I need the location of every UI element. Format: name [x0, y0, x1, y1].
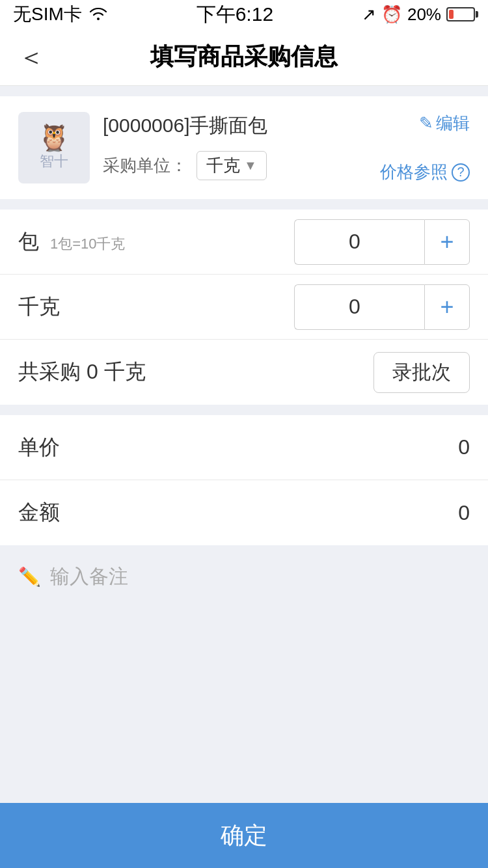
nav-bar: ＜ 填写商品采购信息	[0, 29, 488, 86]
bag-input-group: +	[294, 219, 470, 265]
status-right: ↗ ⏰ 20%	[362, 5, 475, 25]
page-title: 填写商品采购信息	[150, 41, 338, 73]
price-info-section: 单价 0 金额 0	[0, 415, 488, 545]
mid-divider-2	[0, 405, 488, 415]
bag-label-group: 包 1包=10千克	[18, 228, 294, 256]
kg-plus-button[interactable]: +	[424, 284, 470, 330]
kg-quantity-input[interactable]	[294, 284, 424, 330]
amount-value: 0	[458, 501, 470, 525]
unit-label: 采购单位：	[103, 154, 187, 177]
owl-logo-icon: 🦉	[38, 124, 70, 150]
status-left: 无SIM卡	[13, 2, 108, 27]
kg-input-group: +	[294, 284, 470, 330]
record-batch-button[interactable]: 录批次	[373, 352, 470, 393]
battery-icon	[446, 7, 475, 21]
unit-value: 千克	[206, 154, 240, 177]
price-ref-button[interactable]: 价格参照 ?	[380, 161, 470, 183]
edit-button[interactable]: ✎ 编辑	[419, 112, 470, 135]
unit-price-value: 0	[458, 435, 470, 459]
carrier-label: 无SIM卡	[13, 2, 82, 27]
kg-label: 千克	[18, 293, 294, 321]
bag-quantity-input[interactable]	[294, 219, 424, 265]
unit-price-row: 单价 0	[0, 415, 488, 480]
top-divider	[0, 86, 488, 96]
status-time: 下午6:12	[197, 1, 273, 28]
price-ref-label: 价格参照	[380, 161, 448, 183]
bag-label: 包	[18, 230, 39, 253]
product-image: 🦉 智十	[18, 112, 90, 183]
dropdown-arrow-icon: ▼	[244, 158, 257, 173]
input-section: 包 1包=10千克 + 千克 +	[0, 210, 488, 340]
remark-placeholder: 输入备注	[50, 563, 128, 590]
location-icon: ↗	[362, 5, 376, 25]
wifi-icon	[88, 4, 108, 25]
unit-select[interactable]: 千克 ▼	[197, 151, 267, 180]
bag-sublabel: 1包=10千克	[50, 236, 126, 252]
bag-input-row: 包 1包=10千克 +	[0, 210, 488, 275]
summary-row: 共采购 0 千克 录批次	[0, 340, 488, 405]
info-icon: ?	[452, 163, 470, 182]
amount-label: 金额	[18, 498, 60, 527]
summary-text: 共采购 0 千克	[18, 358, 146, 387]
status-bar: 无SIM卡 下午6:12 ↗ ⏰ 20%	[0, 0, 488, 29]
edit-icon: ✎	[419, 113, 433, 133]
bag-plus-button[interactable]: +	[424, 219, 470, 265]
unit-price-label: 单价	[18, 433, 60, 462]
mid-divider-1	[0, 199, 488, 210]
confirm-button[interactable]: 确定	[0, 803, 488, 868]
battery-percent: 20%	[407, 5, 441, 25]
alarm-icon: ⏰	[381, 5, 402, 25]
amount-row: 金额 0	[0, 480, 488, 545]
product-name: [0000006]手撕面包	[103, 112, 470, 139]
bottom-spacer	[0, 610, 488, 806]
pencil-icon: ✏️	[18, 566, 41, 588]
kg-input-row: 千克 +	[0, 275, 488, 340]
remark-section[interactable]: ✏️ 输入备注	[0, 545, 488, 610]
back-button[interactable]: ＜	[18, 39, 44, 75]
owl-text-label: 智十	[40, 152, 68, 171]
product-card: 🦉 智十 [0000006]手撕面包 采购单位： 千克 ▼ ✎ 编辑 价格参照 …	[0, 96, 488, 199]
